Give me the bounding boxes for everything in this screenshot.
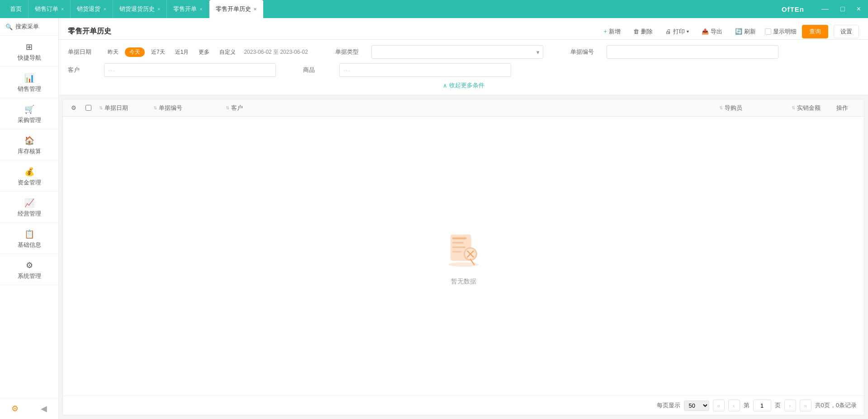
date-today[interactable]: 今天 xyxy=(125,47,145,57)
sidebar-item-basic-info[interactable]: 📋 基础信息 xyxy=(0,223,58,254)
last-page-btn[interactable]: » xyxy=(800,400,811,411)
refresh-icon: 🔄 xyxy=(735,28,742,35)
maximize-btn[interactable]: □ xyxy=(837,5,849,13)
content-area: 零售开单历史 + 新增 🗑 删除 🖨 打印 ▾ 📤 导出 xyxy=(59,18,868,419)
product-input[interactable]: ··· xyxy=(339,63,511,77)
window-controls: OfTEn — □ × xyxy=(782,5,864,13)
th-amount[interactable]: ⇅ 实销金额 xyxy=(770,104,824,112)
order-type-select-wrapper: ▾ xyxy=(371,45,543,59)
date-1month[interactable]: 近1月 xyxy=(171,47,193,57)
date-yesterday[interactable]: 昨天 xyxy=(104,47,122,57)
tab-retail-open-label: 零售开单 xyxy=(173,5,197,13)
tab-retail-open-history[interactable]: 零售开单历史 × xyxy=(209,0,263,18)
next-page-icon: › xyxy=(789,402,791,409)
quick-nav-icon: ⊞ xyxy=(26,42,33,52)
prev-page-icon: ‹ xyxy=(733,402,735,409)
basic-info-icon: 📋 xyxy=(24,229,34,239)
sidebar-item-finance[interactable]: 💰 资金管理 xyxy=(0,160,58,192)
delete-button[interactable]: 🗑 删除 xyxy=(630,26,656,38)
new-button[interactable]: + 新增 xyxy=(600,26,624,38)
page-header: 零售开单历史 + 新增 🗑 删除 🖨 打印 ▾ 📤 导出 xyxy=(59,18,868,40)
order-type-select[interactable] xyxy=(371,45,543,59)
tab-sales-return[interactable]: 销货退货 × xyxy=(71,0,113,18)
first-page-btn[interactable]: « xyxy=(713,400,725,411)
tab-retail-open-history-label: 零售开单历史 xyxy=(216,5,251,13)
sort-customer-icon: ⇅ xyxy=(226,105,229,110)
customer-label: 客户 xyxy=(68,66,95,74)
collapse-filter-btn[interactable]: ∧ 收起更多条件 xyxy=(443,81,484,89)
customer-input[interactable]: ··· xyxy=(104,63,276,77)
export-button[interactable]: 📤 导出 xyxy=(698,26,726,38)
refresh-button[interactable]: 🔄 刷新 xyxy=(731,26,759,38)
sidebar-item-quick-nav-label: 快捷导航 xyxy=(18,54,41,62)
export-icon: 📤 xyxy=(702,28,709,35)
date-7days[interactable]: 近7天 xyxy=(147,47,169,57)
page-unit: 页 xyxy=(775,401,781,410)
empty-text: 暂无数据 xyxy=(451,278,476,286)
svg-rect-2 xyxy=(452,237,467,239)
tab-retail-open-close[interactable]: × xyxy=(199,6,202,12)
tab-sales-return-close[interactable]: × xyxy=(103,6,106,12)
tab-sales-order-close[interactable]: × xyxy=(61,6,64,12)
sort-order-no-icon: ⇅ xyxy=(153,105,157,110)
tab-retail-open-history-close[interactable]: × xyxy=(254,6,256,12)
system-mgmt-icon: ⚙ xyxy=(26,260,33,270)
sidebar-settings-icon[interactable]: ⚙ xyxy=(11,404,19,414)
minimize-btn[interactable]: — xyxy=(818,5,832,13)
refresh-label: 刷新 xyxy=(744,28,756,36)
th-guide[interactable]: ⇅ 导购员 xyxy=(716,104,770,112)
page-input[interactable] xyxy=(753,400,771,411)
order-no-input[interactable] xyxy=(607,45,778,59)
sidebar-item-quick-nav[interactable]: ⊞ 快捷导航 xyxy=(0,36,58,67)
sidebar-item-purchase-mgmt[interactable]: 🛒 采购管理 xyxy=(0,98,58,129)
tab-home[interactable]: 首页 xyxy=(4,0,28,18)
sidebar-item-basic-info-label: 基础信息 xyxy=(18,241,41,249)
close-btn[interactable]: × xyxy=(853,5,864,13)
filter-row-2: 客户 ··· 商品 ··· xyxy=(68,63,859,77)
print-icon: 🖨 xyxy=(665,28,671,35)
sidebar-search[interactable]: 🔍 搜索采单 xyxy=(0,18,58,36)
sidebar-item-system-mgmt[interactable]: ⚙ 系统管理 xyxy=(0,254,58,285)
prev-page-btn[interactable]: ‹ xyxy=(728,400,740,411)
settings-gear-icon: ⚙ xyxy=(71,104,76,111)
delete-label: 删除 xyxy=(641,28,653,36)
settings-button[interactable]: 设置 xyxy=(834,25,859,38)
last-page-icon: » xyxy=(804,402,807,409)
tab-sales-order[interactable]: 销售订单 × xyxy=(28,0,71,18)
th-settings[interactable]: ⚙ xyxy=(66,104,81,111)
sidebar-item-inventory[interactable]: 🏠 库存核算 xyxy=(0,129,58,160)
th-order-no[interactable]: ⇅ 单据编号 xyxy=(150,104,222,112)
per-page-select[interactable]: 50 10 20 100 xyxy=(684,400,709,411)
display-detail-label: 显示明细 xyxy=(773,28,797,36)
th-customer[interactable]: ⇅ 客户 xyxy=(222,104,716,112)
display-detail-toggle[interactable]: 显示明细 xyxy=(765,28,797,36)
print-button[interactable]: 🖨 打印 ▾ xyxy=(662,26,693,38)
toolbar: + 新增 🗑 删除 🖨 打印 ▾ 📤 导出 🔄 xyxy=(600,25,859,38)
delete-icon: 🗑 xyxy=(633,28,639,35)
tab-sales-return-history-close[interactable]: × xyxy=(157,6,160,12)
select-all-checkbox[interactable] xyxy=(85,105,91,111)
th-date[interactable]: ⇅ 单据日期 xyxy=(95,104,150,112)
customer-placeholder: ··· xyxy=(108,67,116,74)
display-detail-checkbox[interactable] xyxy=(765,28,771,35)
sidebar-collapse-icon[interactable]: ◀ xyxy=(41,404,47,414)
th-checkbox[interactable] xyxy=(81,105,95,111)
sidebar-item-operation-label: 经营管理 xyxy=(18,210,41,218)
tab-sales-return-history[interactable]: 销货退货历史 × xyxy=(113,0,167,18)
sidebar-item-sales-mgmt[interactable]: 📊 销售管理 xyxy=(0,67,58,98)
sidebar: 🔍 搜索采单 ⊞ 快捷导航 📊 销售管理 🛒 采购管理 🏠 库存核算 💰 资金管… xyxy=(0,18,59,419)
tab-retail-open[interactable]: 零售开单 × xyxy=(167,0,209,18)
operation-icon: 📈 xyxy=(24,198,34,208)
query-button[interactable]: 查询 xyxy=(802,25,828,38)
sidebar-item-operation[interactable]: 📈 经营管理 xyxy=(0,192,58,223)
date-more[interactable]: 更多 xyxy=(195,47,213,57)
top-bar: 首页 销售订单 × 销货退货 × 销货退货历史 × 零售开单 × 零售开单历史 … xyxy=(0,0,868,18)
new-icon: + xyxy=(603,28,607,35)
date-custom[interactable]: 自定义 xyxy=(216,47,239,57)
settings-label: 设置 xyxy=(840,28,852,36)
svg-rect-5 xyxy=(452,251,462,252)
next-page-btn[interactable]: › xyxy=(784,400,796,411)
new-label: 新增 xyxy=(609,28,621,36)
th-date-label: 单据日期 xyxy=(104,104,128,112)
query-label: 查询 xyxy=(809,28,821,36)
